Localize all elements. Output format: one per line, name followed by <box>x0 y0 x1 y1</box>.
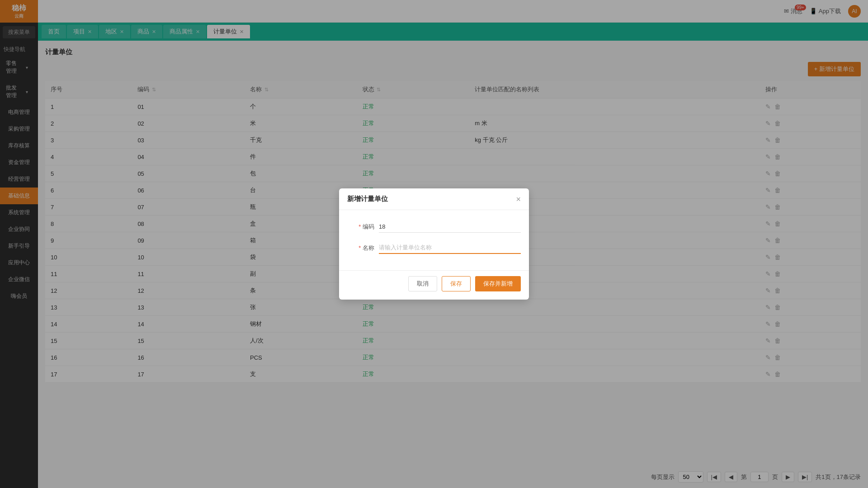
code-input[interactable] <box>379 221 521 233</box>
name-form-row: * 名称 <box>347 242 521 254</box>
dialog-footer: 取消 保存 保存并新增 <box>339 270 529 300</box>
dialog-overlay: 新增计量单位 × * 编码 * 名称 取消 保存 保存并新增 <box>0 0 868 488</box>
dialog-title: 新增计量单位 <box>347 195 388 203</box>
save-button[interactable]: 保存 <box>442 276 471 291</box>
dialog-header: 新增计量单位 × <box>339 188 529 210</box>
dialog-close-button[interactable]: × <box>516 195 521 203</box>
dialog-body: * 编码 * 名称 <box>339 210 529 270</box>
code-required-mark: * <box>359 223 361 230</box>
code-form-row: * 编码 <box>347 221 521 233</box>
cancel-button[interactable]: 取消 <box>408 276 437 291</box>
name-required-mark: * <box>359 244 361 251</box>
add-unit-dialog: 新增计量单位 × * 编码 * 名称 取消 保存 保存并新增 <box>339 188 529 300</box>
name-label: * 名称 <box>347 244 379 252</box>
name-input[interactable] <box>379 242 521 254</box>
save-new-button[interactable]: 保存并新增 <box>475 276 521 291</box>
code-label: * 编码 <box>347 223 379 231</box>
